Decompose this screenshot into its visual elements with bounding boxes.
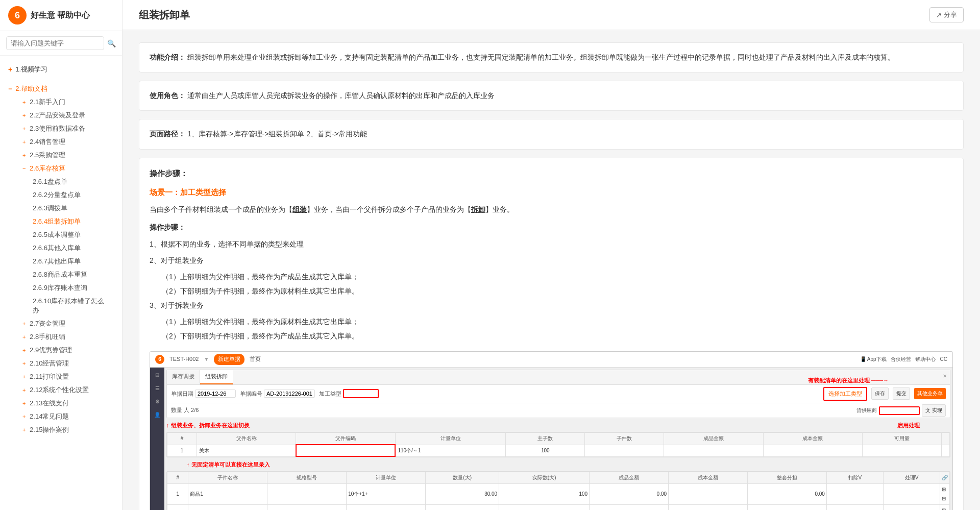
sidebar-item-2-4[interactable]: + 2.4销售管理 (18, 135, 114, 149)
step-2-2: （2）下部明细为子件明细，最终作为原材料生成其它出库单。 (150, 284, 953, 298)
sidebar-item-2-5[interactable]: + 2.5采购管理 (18, 149, 114, 162)
page-title: 组装拆卸单 (139, 8, 190, 22)
mock-lth-11: 处理V (883, 472, 940, 483)
mock-select-type-btn[interactable]: 选择加工类型 (823, 387, 867, 401)
mock-th-5: 主子数 (506, 433, 585, 445)
mock-lth-5: 数量(大) (426, 472, 499, 483)
sidebar-item-2-12[interactable]: + 2.12系统个性化设置 (18, 383, 114, 397)
expand-icon-2-12: + (22, 387, 26, 393)
sidebar-item-2-6-3[interactable]: 2.6.3调拨单 (29, 202, 114, 215)
mock-logo: 6 (155, 355, 164, 364)
sidebar-item-2-6-8[interactable]: 2.6.8商品成本重算 (29, 268, 114, 281)
mock-upper-table-body: 1 关木 110个/～1 100 (167, 445, 950, 456)
mock-lth-1: # (167, 472, 188, 483)
mock-ltd-1-6: 100 (499, 483, 590, 504)
mock-type-input[interactable] (343, 389, 379, 398)
sidebar-item-2-6[interactable]: − 2.6库存核算 (18, 162, 114, 175)
mock-processing-label: 货供应商 (856, 406, 877, 415)
keyword-disassembly: 拆卸 (471, 205, 485, 213)
sidebar-item-videos[interactable]: + 1.视频学习 (8, 63, 114, 76)
mock-ltd-2-6: 100 (499, 504, 590, 510)
mock-lth-2: 子件名称 (188, 472, 267, 483)
mock-upper-cell-1-4: 110个/～1 (395, 445, 506, 456)
sidebar-item-2-6-10[interactable]: 2.6.10库存账本错了怎么办 (29, 295, 114, 317)
mock-app-body: ⊟ ☰ ⚙ 👤 库存调拨 组装拆卸 (150, 368, 952, 510)
mock-ltd-2-2: 商品2 (188, 504, 267, 510)
collapse-icon-2: − (8, 85, 12, 93)
sidebar-item-2-3[interactable]: + 2.3使用前数据准备 (18, 122, 114, 135)
mock-ltd-2-11 (883, 504, 940, 510)
sidebar-item-2-13[interactable]: + 2.13在线支付 (18, 397, 114, 410)
expand-icon-2-15: + (22, 427, 26, 433)
sidebar-item-2-6-7[interactable]: 2.6.7其他出库单 (29, 255, 114, 268)
mock-main: 库存调拨 组装拆卸 ✕ 单据日期 (164, 368, 952, 510)
mock-field-date: 单据日期 (171, 389, 236, 399)
share-button[interactable]: ↗ 分享 (929, 7, 964, 22)
sidebar-item-docs[interactable]: − 2.帮助文档 (8, 82, 114, 95)
mock-supplier-input[interactable] (879, 406, 920, 415)
scenario1-desc: 当由多个子件材料组装成一个成品的业务为【组装】业务，当由一个父件拆分成多个子产品… (150, 203, 953, 216)
search-icon[interactable]: 🔍 (107, 39, 116, 47)
mock-save-btn[interactable]: 保存 (871, 387, 889, 400)
expand-icon-2-10: + (22, 360, 26, 367)
sidebar-item-2-6-1[interactable]: 2.6.1盘点单 (29, 175, 114, 188)
annotation-input: ↑ 无固定清单可以直接在这里录入 (166, 459, 950, 471)
mock-active-tab[interactable]: 新建单据 (214, 354, 244, 365)
sidebar-item-2-1[interactable]: + 2.1新手入门 (18, 95, 114, 109)
sidebar-item-2-6-2[interactable]: 2.6.2分量盘点单 (29, 188, 114, 202)
mock-close-btn[interactable]: ✕ (940, 370, 950, 384)
mock-ltd-1-9: 0.00 (748, 483, 827, 504)
mock-th-9: 可用量 (863, 433, 942, 445)
sidebar-item-2-15[interactable]: + 2.15操作案例 (18, 423, 114, 436)
sidebar-item-2-11[interactable]: + 2.11打印设置 (18, 370, 114, 383)
search-input[interactable] (6, 36, 104, 50)
sidebar-item-2-6-5[interactable]: 2.6.5成本调整单 (29, 228, 114, 241)
mock-upper-row-1: 1 关木 110个/～1 100 (167, 445, 950, 456)
logo-text: 好生意 帮助中心 (31, 10, 90, 21)
mock-ltd-2-8: 0.00 (669, 504, 748, 510)
mock-upper-table-header-row: # 父件名称 父件编码 计量单位 主子数 子件数 成品金额 成本金额 可用量 (167, 433, 950, 445)
mock-topbar: 6 TEST-H002 ▼ 新建单据 首页 📱 App下载 合伙经营 帮助中心 … (150, 352, 952, 368)
operations-label: 操作步骤： (150, 166, 953, 180)
usage-label: 使用角色： (150, 91, 185, 100)
mock-stats-label: 数量 人 2/6 (171, 405, 199, 416)
mock-ltd-2-9 (748, 504, 827, 510)
keyword-assembly: 组装 (292, 205, 307, 213)
sidebar-item-2-6-4[interactable]: 2.6.4组装拆卸单 (29, 215, 114, 228)
mock-th-6: 子件数 (585, 433, 664, 445)
mock-ltd-2-7: 0.00 (590, 504, 669, 510)
mock-other-btn[interactable]: 其他业务单 (914, 388, 946, 399)
usage-card: 使用角色： 通常由生产人员或库管人员完成拆装业务的操作，库管人员确认原材料的出库… (139, 81, 964, 111)
search-box[interactable]: 🔍 (0, 31, 122, 56)
mock-company: TEST-H002 (169, 354, 199, 365)
sidebar-item-2-14[interactable]: + 2.14常见问题 (18, 410, 114, 423)
sidebar-item-2-7[interactable]: + 2.7资金管理 (18, 317, 114, 330)
sidebar-item-2-2[interactable]: + 2.2产品安装及登录 (18, 109, 114, 122)
step-3-2: （2）下部明细为子件明细，最终作为产成品生成其它入库单。 (150, 329, 953, 343)
mock-ltd-1-8 (669, 483, 748, 504)
mock-annotation-row: ↑ 组装业务、拆卸业务在这里切换 启用处理 (166, 420, 950, 432)
mock-id-input[interactable] (264, 390, 315, 398)
step-3: 3、对于拆装业务 (150, 298, 953, 312)
expand-icon-2-5: + (22, 152, 26, 158)
mock-date-input[interactable] (195, 390, 236, 398)
mock-ltd-1-10 (826, 483, 883, 504)
mock-th-10 (942, 433, 950, 445)
sidebar-item-2-6-6[interactable]: 2.6.6其他入库单 (29, 241, 114, 255)
mock-sidebar-icon-4: 👤 (154, 410, 160, 420)
mock-tab-assembly[interactable]: 组装拆卸 (200, 370, 233, 384)
mock-tab-home[interactable]: 首页 (250, 354, 261, 365)
mock-tab-transfer[interactable]: 库存调拨 (167, 370, 200, 384)
mock-confirm-btn[interactable]: 文 实现 (922, 404, 946, 417)
mock-dropdown-icon: ▼ (204, 355, 209, 364)
main-header: 组装拆卸单 ↗ 分享 (122, 0, 980, 30)
sidebar-item-2-10[interactable]: + 2.10经营管理 (18, 357, 114, 370)
screenshot-mockup: 6 TEST-H002 ▼ 新建单据 首页 📱 App下载 合伙经营 帮助中心 … (150, 351, 953, 510)
sidebar-item-2-9[interactable]: + 2.9优惠券管理 (18, 344, 114, 357)
step-1: 1、根据不同的业务，选择不同单据的类型来处理 (150, 237, 953, 251)
sidebar-item-2-6-9[interactable]: 2.6.9库存账本查询 (29, 281, 114, 295)
mock-submit-btn[interactable]: 提交 (893, 387, 910, 400)
mock-upper-cell-1-7 (664, 445, 764, 456)
sidebar-item-2-8[interactable]: + 2.8手机旺铺 (18, 330, 114, 344)
mock-ltd-1-7: 0.00 (590, 483, 669, 504)
